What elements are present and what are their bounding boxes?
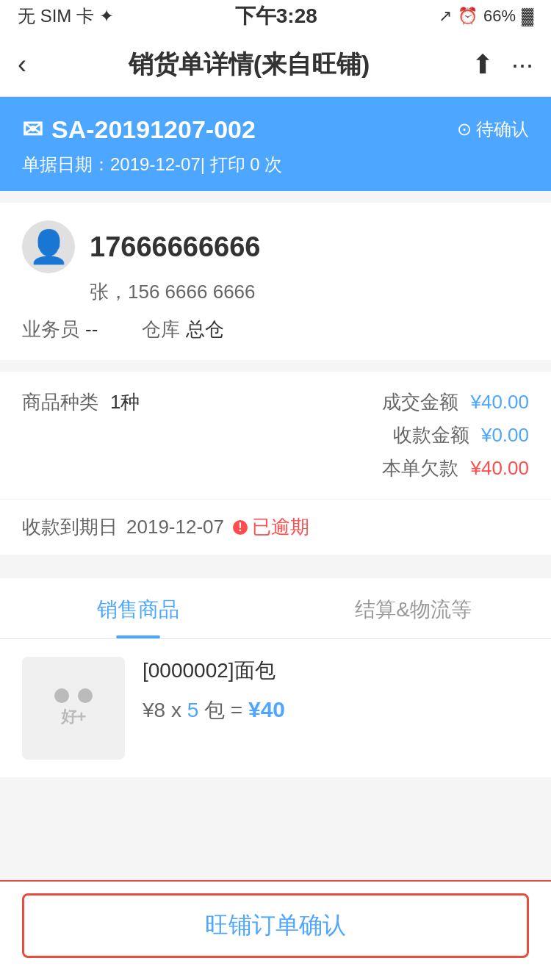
section-divider-1 — [0, 360, 551, 372]
balance-row: 本单欠款 ¥40.00 — [382, 455, 529, 481]
battery-icon: ▓ — [522, 7, 533, 26]
due-label: 收款到期日 — [22, 514, 118, 540]
sales-label: 业务员 — [22, 317, 79, 342]
print-info: | 打印 0 次 — [201, 154, 283, 174]
status-bar: 无 SIM 卡 ✦ 下午3:28 ↗ ⏰ 66% ▓ — [0, 0, 551, 32]
amount-row: 成交金额 ¥40.00 — [382, 389, 529, 415]
collected-value: ¥0.00 — [481, 424, 529, 447]
status-left: 无 SIM 卡 ✦ — [18, 4, 114, 28]
nav-bar: ‹ 销货单详情(来自旺铺) ⬆ ··· — [0, 32, 551, 97]
date-label: 单据日期： — [22, 154, 110, 174]
alarm-icon: ⏰ — [458, 7, 478, 26]
section-divider-2 — [0, 555, 551, 566]
customer-row: 👤 17666666666 — [22, 220, 529, 273]
collected-label: 收款金额 — [393, 422, 469, 448]
tab-settlement[interactable]: 结算&物流等 — [276, 578, 551, 638]
status-time: 下午3:28 — [235, 2, 317, 30]
order-header: ✉ SA-20191207-002 ⊙ 待确认 单据日期：2019-12-07|… — [0, 97, 551, 191]
summary-section: 商品种类 1种 成交金额 ¥40.00 收款金额 ¥0.00 本单欠款 ¥40.… — [0, 372, 551, 499]
multiply-sign: x — [171, 699, 187, 721]
summary-right: 成交金额 ¥40.00 收款金额 ¥0.00 本单欠款 ¥40.00 — [382, 389, 529, 481]
sales-value: -- — [85, 318, 98, 341]
order-status: ⊙ 待确认 — [457, 118, 529, 141]
product-info: [0000002]面包 ¥8 x 5 包 = ¥40 — [143, 657, 529, 724]
type-label: 商品种类 — [22, 389, 98, 415]
overdue-badge: ! 已逾期 — [233, 514, 309, 540]
confirm-order-button[interactable]: 旺铺订单确认 — [22, 893, 529, 958]
owl-eye-left — [54, 688, 69, 703]
status-clock-icon: ⊙ — [457, 119, 472, 140]
amount-value: ¥40.00 — [470, 391, 529, 414]
tab-sales-label: 销售商品 — [97, 598, 179, 621]
back-button[interactable]: ‹ — [18, 49, 26, 80]
overdue-text: 已逾期 — [252, 514, 309, 540]
tab-sales-products[interactable]: 销售商品 — [0, 578, 276, 638]
avatar-icon: 👤 — [29, 228, 69, 266]
warehouse-meta: 仓库 总仓 — [142, 317, 224, 342]
page-title: 销货单详情(来自旺铺) — [129, 48, 370, 82]
owl-eye-right — [78, 688, 93, 703]
customer-info-card: 👤 17666666666 张，156 6666 6666 业务员 -- 仓库 … — [0, 203, 551, 360]
share-icon[interactable]: ⬆ — [472, 49, 494, 80]
order-icon: ✉ — [22, 115, 43, 144]
order-id-text: SA-20191207-002 — [51, 115, 256, 144]
product-thumb-inner: 好+ — [54, 688, 93, 728]
order-id-row: ✉ SA-20191207-002 — [22, 115, 256, 144]
order-header-row: ✉ SA-20191207-002 ⊙ 待确认 — [22, 115, 529, 144]
customer-name: 张，156 6666 6666 — [90, 279, 529, 305]
collected-row: 收款金额 ¥0.00 — [393, 422, 529, 448]
date-value: 2019-12-07 — [110, 154, 201, 174]
confirm-button-label: 旺铺订单确认 — [205, 909, 346, 942]
brand-text: 好+ — [61, 706, 87, 728]
product-unit: 包 — [204, 699, 225, 721]
tabs-section: 销售商品 结算&物流等 好+ [0000002]面包 ¥8 x 5 — [0, 578, 551, 777]
product-type-row: 商品种类 1种 — [22, 389, 140, 415]
customer-phone: 17666666666 — [90, 231, 260, 263]
balance-value: ¥40.00 — [470, 457, 529, 480]
product-code: [0000002] — [143, 659, 234, 682]
battery-text: 66% — [483, 7, 516, 26]
status-label: 待确认 — [476, 118, 529, 141]
product-qty: 5 — [187, 699, 199, 721]
type-value: 1种 — [110, 389, 140, 415]
due-date-section: 收款到期日 2019-12-07 ! 已逾期 — [0, 499, 551, 555]
avatar: 👤 — [22, 220, 75, 273]
location-icon: ↗ — [439, 7, 452, 26]
nav-actions: ⬆ ··· — [472, 49, 533, 80]
customer-meta: 业务员 -- 仓库 总仓 — [22, 317, 529, 342]
product-total: ¥40 — [248, 697, 285, 721]
warehouse-value: 总仓 — [186, 317, 224, 342]
more-icon[interactable]: ··· — [511, 49, 533, 80]
product-item: 好+ [0000002]面包 ¥8 x 5 包 = ¥40 — [0, 639, 551, 777]
balance-label: 本单欠款 — [382, 455, 458, 481]
product-name: [0000002]面包 — [143, 657, 529, 685]
product-title: 面包 — [234, 659, 276, 682]
order-date: 单据日期：2019-12-07| 打印 0 次 — [22, 153, 529, 176]
amount-label: 成交金额 — [382, 389, 458, 415]
product-thumbnail: 好+ — [22, 657, 125, 760]
tabs-row: 销售商品 结算&物流等 — [0, 578, 551, 639]
price-unit: ¥8 — [143, 699, 165, 721]
sales-meta: 业务员 -- — [22, 317, 98, 342]
equals-sign: = — [231, 699, 248, 721]
product-price-row: ¥8 x 5 包 = ¥40 — [143, 696, 529, 724]
due-date: 2019-12-07 — [126, 516, 224, 538]
tab-settlement-label: 结算&物流等 — [355, 598, 472, 621]
summary-left: 商品种类 1种 — [22, 389, 140, 415]
status-right: ↗ ⏰ 66% ▓ — [439, 7, 533, 26]
overdue-icon: ! — [233, 520, 248, 535]
owl-eyes — [54, 688, 93, 703]
sim-status: 无 SIM 卡 ✦ — [18, 4, 114, 28]
warehouse-label: 仓库 — [142, 317, 180, 342]
bottom-bar: 旺铺订单确认 — [0, 880, 551, 980]
